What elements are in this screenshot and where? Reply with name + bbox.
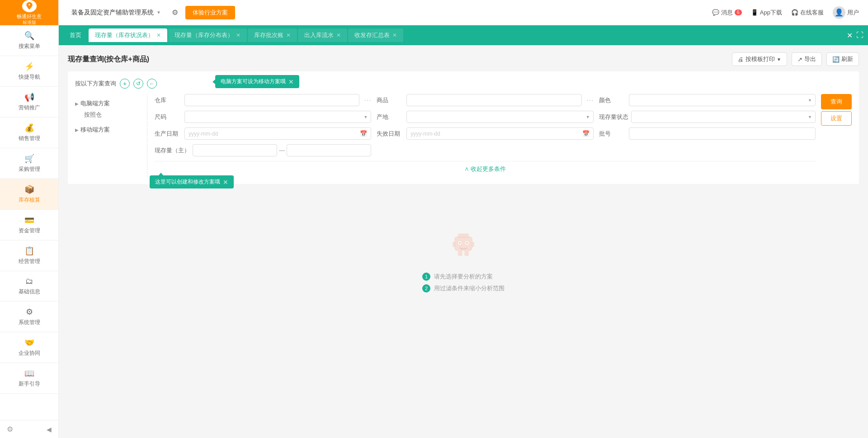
- inventory-icon: 📦: [24, 184, 34, 194]
- calendar-icon[interactable]: 📅: [582, 130, 590, 137]
- step-num-1: 1: [422, 273, 430, 281]
- add-scheme-btn[interactable]: +: [120, 79, 130, 89]
- pc-scheme-label: 电脑端方案: [80, 99, 110, 108]
- query-btn[interactable]: 查询: [821, 94, 852, 109]
- scheme-tooltip-close[interactable]: ✕: [288, 78, 294, 85]
- tab-inout-flow[interactable]: 出入库流水 ✕: [298, 28, 347, 42]
- sidebar-item-label: 基础信息: [19, 288, 40, 296]
- app-title: 畅通好生意 标准版: [17, 13, 42, 25]
- sidebar-item-sales[interactable]: 💰 销售管理: [0, 118, 58, 148]
- goods-label: 商品: [377, 96, 404, 104]
- refresh-btn[interactable]: 🔄 刷新: [826, 52, 859, 66]
- messages-item[interactable]: 💬 消息 6: [712, 9, 742, 17]
- messages-label: 消息: [721, 9, 733, 17]
- template-print-btn[interactable]: 🖨 按模板打印 ▼: [732, 52, 787, 66]
- scheme-pc-group[interactable]: ▶ 电脑端方案: [75, 98, 140, 109]
- scheme-mobile-group[interactable]: ▶ 移动端方案: [75, 124, 140, 136]
- tab-close-all-icon[interactable]: ✕: [847, 31, 853, 40]
- tab-batch-account[interactable]: 库存批次账 ✕: [248, 28, 297, 42]
- tab-close-icon[interactable]: ✕: [156, 33, 161, 38]
- sidebar-item-guide[interactable]: 📖 新手引导: [0, 363, 58, 394]
- filter-row-2: 尺码 产地: [155, 111, 816, 123]
- main-area: 装备及固定资产辅助管理系统 ▼ ⚙ 体验行业方案 💬 消息 6 📱 App下载 …: [59, 0, 868, 438]
- refresh-scheme-btn[interactable]: ↺: [133, 79, 143, 89]
- scheme-tooltip: 电脑方案可设为移动方案哦 ✕: [215, 75, 299, 88]
- system-selector[interactable]: 装备及固定资产辅助管理系统 ▼: [68, 7, 165, 19]
- reset-btn[interactable]: 设置: [821, 111, 852, 126]
- warehouse-more-icon[interactable]: ⋯: [364, 96, 371, 104]
- sidebar-item-label: 企业协同: [19, 349, 40, 357]
- tab-inventory-status[interactable]: 现存量（库存状况表） ✕: [89, 28, 167, 42]
- edit-tooltip-close[interactable]: ✕: [223, 179, 228, 186]
- goods-more-icon[interactable]: ⋯: [586, 96, 594, 104]
- sidebar-item-system[interactable]: ⚙ 系统管理: [0, 301, 58, 332]
- sidebar-item-quick-nav[interactable]: ⚡ 快捷导航: [0, 56, 58, 87]
- stock-main-label: 现存量（主）: [155, 146, 190, 155]
- tab-maximize-icon[interactable]: ⛶: [856, 31, 863, 39]
- tab-receive-summary[interactable]: 收发存汇总表 ✕: [348, 28, 403, 42]
- industry-btn[interactable]: 体验行业方案: [185, 6, 235, 19]
- search-icon: 🔍: [24, 31, 34, 41]
- empty-illustration: [445, 226, 481, 262]
- stock-status-select[interactable]: [631, 111, 816, 123]
- svg-point-4: [459, 242, 460, 244]
- empty-state: 1 请先选择要分析的方案 2 用过滤条件来缩小分析范围: [68, 189, 859, 330]
- tab-close-icon[interactable]: ✕: [236, 33, 241, 38]
- batch-input[interactable]: [629, 127, 816, 140]
- system-icon: ⚙: [26, 307, 33, 317]
- settings-icon[interactable]: ⚙: [7, 425, 13, 433]
- sidebar-item-enterprise[interactable]: 🤝 企业协同: [0, 332, 58, 363]
- sidebar-item-inventory[interactable]: 📦 库存核算: [0, 179, 58, 210]
- sidebar-item-basic[interactable]: 🗂 基础信息: [0, 271, 58, 301]
- header-right: 💬 消息 6 📱 App下载 🎧 在线客服 👤 用户: [712, 6, 859, 19]
- arrow-left-btn[interactable]: ←: [147, 79, 157, 89]
- collapse-sidebar-icon[interactable]: ◀: [47, 426, 52, 433]
- chevron-down-icon: ▼: [777, 57, 781, 62]
- stock-max-input[interactable]: [287, 144, 371, 156]
- sidebar-item-purchase[interactable]: 🛒 采购管理: [0, 148, 58, 179]
- scheme-tree: ▶ 电脑端方案 按照仓 ▶ 移动端方案: [75, 98, 140, 136]
- collapse-btn[interactable]: ∧ 收起更多条件: [155, 161, 816, 177]
- sidebar-item-search[interactable]: 🔍 搜索菜单: [0, 25, 58, 56]
- stock-min-input[interactable]: [193, 144, 277, 156]
- empty-step-1: 1 请先选择要分析的方案: [422, 271, 505, 283]
- gear-settings-icon[interactable]: ⚙: [172, 8, 178, 17]
- prod-date-input[interactable]: yyyy-mm-dd 📅: [184, 127, 371, 140]
- user-item[interactable]: 👤 用户: [833, 6, 859, 19]
- expiry-date-placeholder: yyyy-mm-dd: [410, 131, 440, 137]
- refresh-icon: 🔄: [832, 56, 840, 63]
- tab-close-icon[interactable]: ✕: [392, 33, 397, 38]
- sidebar-item-operation[interactable]: 📋 经营管理: [0, 240, 58, 271]
- app-logo: 畅通好生意 标准版: [0, 0, 58, 25]
- calendar-icon[interactable]: 📅: [360, 130, 367, 137]
- size-select[interactable]: [184, 111, 371, 123]
- tab-inventory-dist[interactable]: 现存量（库存分布表） ✕: [168, 28, 247, 42]
- expiry-date-input[interactable]: yyyy-mm-dd 📅: [406, 127, 593, 140]
- export-btn[interactable]: ↗ 导出: [792, 52, 822, 66]
- origin-select[interactable]: [406, 111, 593, 123]
- sidebar-item-assets[interactable]: 💳 资金管理: [0, 210, 58, 240]
- sidebar-item-label: 新手引导: [19, 380, 40, 388]
- filter-header: 按以下方案查询 + ↺ ← 电脑方案可设为移动方案哦 ✕: [75, 79, 852, 89]
- stock-status-select-wrapper: [631, 111, 816, 123]
- prod-date-label: 生产日期: [155, 130, 182, 138]
- filter-body: 这里可以创建和修改方案哦 ✕ ▶ 电脑端方案 按照仓: [75, 94, 852, 177]
- sidebar: 畅通好生意 标准版 🔍 搜索菜单 ⚡ 快捷导航 📢 营销推广 💰 销售管理 🛒 …: [0, 0, 59, 438]
- range-separator: —: [279, 147, 285, 154]
- sidebar-item-marketing[interactable]: 📢 营销推广: [0, 87, 58, 118]
- field-batch: 批号: [599, 127, 816, 140]
- messages-badge: 6: [735, 9, 742, 15]
- sub-item-label: 按照仓: [84, 111, 102, 119]
- support-item[interactable]: 🎧 在线客服: [791, 9, 824, 17]
- scheme-sub-item[interactable]: 按照仓: [84, 109, 140, 120]
- goods-input[interactable]: [406, 94, 581, 106]
- color-select[interactable]: [629, 94, 816, 106]
- sidebar-nav: 🔍 搜索菜单 ⚡ 快捷导航 📢 营销推广 💰 销售管理 🛒 采购管理 📦 库存核…: [0, 25, 58, 420]
- page-title: 现存量查询(按仓库+商品): [68, 55, 149, 64]
- tab-close-icon[interactable]: ✕: [286, 33, 291, 38]
- app-download-item[interactable]: 📱 App下载: [751, 9, 782, 17]
- tab-close-icon[interactable]: ✕: [336, 33, 341, 38]
- warehouse-input[interactable]: [184, 94, 359, 106]
- tab-home[interactable]: 首页: [63, 28, 88, 42]
- export-icon: ↗: [797, 56, 802, 63]
